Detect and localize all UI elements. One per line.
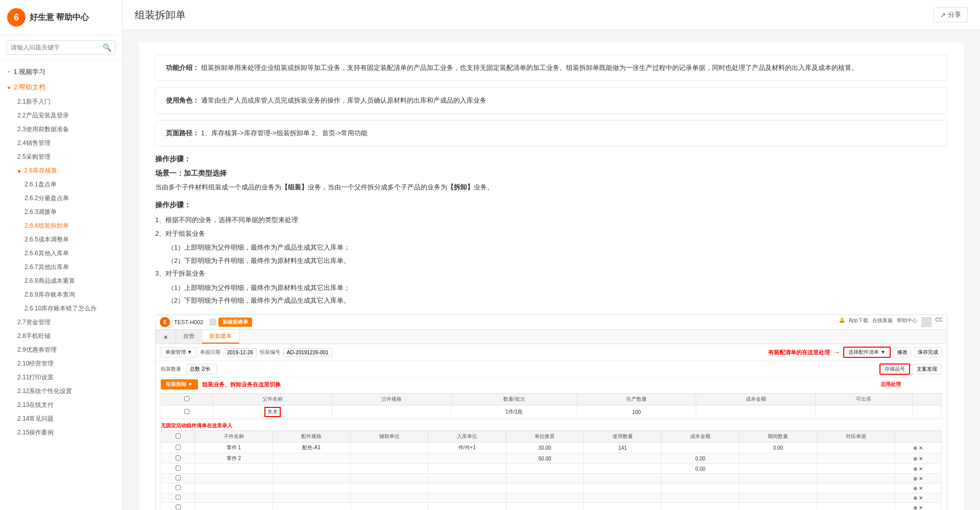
select-all-lower[interactable] — [176, 433, 181, 439]
lower-th-check — [161, 431, 195, 443]
mock-new-btn: 新建新建单 — [218, 318, 252, 327]
mock-topbar: 6 TEST-H002 新建新建单 🔔App下载在线客服帮助中心 CC — [156, 315, 947, 330]
sidebar-item-sales[interactable]: 2.4销售管理 — [0, 136, 122, 150]
sidebar-item-coupon[interactable]: 2.9优惠券管理 — [0, 343, 122, 357]
lower-th-conv: 单位换算 — [506, 431, 583, 443]
mock-upper-table: 父件名称 父件规格 数量/批次 生产数量 成本金额 可出库 — [161, 393, 942, 419]
sidebar-item-mobile[interactable]: 2.8手机旺铺 — [0, 329, 122, 343]
upper-th-name: 父件名称 — [213, 394, 332, 405]
content-area: 功能介绍： 组装拆卸单用来处理企业组装或拆卸等加工业务，支持有固定装配清单的产品… — [122, 30, 980, 510]
lower-th-doc: 对应单据 — [817, 431, 895, 443]
mock-logo: 6 — [160, 317, 170, 327]
mock-toolbar: 单据管理 ▼ 单据日期 2019-12-26 组装编号 AD-20191226-… — [156, 344, 947, 361]
lower-td-op-1: ⊕ ✕ — [895, 443, 942, 453]
ops-title: 操作步骤： — [155, 155, 947, 164]
search-box: 🔍 — [6, 40, 116, 55]
sidebar-item-stocktake[interactable]: 2.6.1盘点单 — [0, 178, 122, 191]
no-bom-annotation-area: 无固定活动组件清单在这里录入 — [161, 421, 942, 429]
search-area: 🔍 — [0, 35, 122, 60]
lower-td-spec-2 — [273, 453, 350, 464]
sidebar-item-cases[interactable]: 2.15操作案例 — [0, 426, 122, 440]
sidebar-item-otherinbound[interactable]: 2.6.6其他入库单 — [0, 247, 122, 260]
sidebar-item-stockerror[interactable]: 2.6.10库存账本错了怎么办 — [0, 302, 122, 315]
sidebar-item-install[interactable]: 2.2产品安装及登录 — [0, 109, 122, 123]
sidebar-item-otheroutbound[interactable]: 2.6.7其他出库单 — [0, 260, 122, 274]
lower-td-op-4: ⊕ ✕ — [895, 474, 942, 483]
mock-upper-table-area: 父件名称 父件规格 数量/批次 生产数量 成本金额 可出库 — [156, 391, 947, 420]
sidebar-item-capital[interactable]: 2.7资金管理 — [0, 315, 122, 329]
lower-td-period-2 — [739, 453, 817, 464]
step2-sub2: （2）下部明细为子件明细，最终作为原材料生成其它出库单。 — [167, 255, 947, 266]
sidebar-item-costcalc[interactable]: 2.6.8商品成本重算 — [0, 274, 122, 288]
select-all-upper[interactable] — [184, 396, 189, 401]
mock-tabs-row: ≡ 自营 新新建单 — [156, 330, 947, 344]
mock-bom-btn: 选择配件清单 ▼ — [843, 347, 891, 358]
mock-date-value: 2019-12-26 — [224, 348, 257, 357]
sidebar-item-onlinepay[interactable]: 2.13在线支付 — [0, 398, 122, 412]
mock-screenshot: 6 TEST-H002 新建新建单 🔔App下载在线客服帮助中心 CC — [156, 315, 947, 510]
sidebar-item-docs[interactable]: ● 2.帮助文档 — [0, 80, 122, 95]
lower-td-cost-1 — [662, 443, 739, 453]
mock-doc-type: 单据管理 ▼ — [161, 347, 197, 357]
intro-text: 组装拆卸单用来处理企业组装或拆卸等加工业务，支持有固定装配清单的产品加工业务，也… — [201, 64, 858, 71]
lower-th-unit: 入库单位 — [428, 431, 506, 443]
upper-td-spec — [332, 405, 452, 419]
mock-tab-ziyong: 自营 — [176, 330, 202, 344]
upper-th-op — [912, 394, 941, 405]
lower-td-cost-3: 0.00 — [662, 464, 739, 474]
sidebar-item-biz[interactable]: 2.10经营管理 — [0, 357, 122, 371]
step3-sub2: （2）下部明细为子件明细，最终作为产成品生成其它入库单。 — [167, 295, 947, 306]
search-input[interactable] — [11, 44, 103, 51]
search-icon[interactable]: 🔍 — [103, 43, 111, 52]
path-text: 1、库存核算->库存管理->组装拆卸单 2、首页->常用功能 — [201, 129, 368, 137]
sidebar-item-new[interactable]: 2.1新手入门 — [0, 95, 122, 109]
sidebar-item-print[interactable]: 2.11打印设置 — [0, 371, 122, 384]
lower-td-unit-2 — [428, 453, 506, 464]
lower-th-auxunit: 辅助单位 — [350, 431, 428, 443]
ops-steps-title: 操作步骤： — [155, 201, 947, 210]
lower-td-doc-1 — [817, 443, 895, 453]
lower-th-cost: 成本金额 — [662, 431, 739, 443]
scenario1-desc: 当由多个子件材料组装成一个成品的业务为【组装】业务，当由一个父件拆分成多个子产品… — [155, 181, 947, 193]
mock-qty-label: 组装数量 — [161, 366, 181, 373]
minus-icon: ● — [7, 84, 11, 91]
mock-process-annotation: 存储品号 文案发现 — [879, 363, 942, 375]
share-button[interactable]: ↗ 分享 — [934, 7, 968, 22]
share-icon: ↗ — [940, 11, 946, 19]
upper-td-avail — [816, 405, 913, 419]
mock-lower-table: 子件名称 配件规格 辅助单位 入库单位 单位换算 使用数量 成本金额 期间数量 — [161, 430, 942, 510]
logo-area: 6 好生意 帮助中心 — [0, 0, 122, 35]
header: 组装拆卸单 ↗ 分享 — [122, 0, 980, 30]
sidebar-item-data[interactable]: 2.3使用前数据准备 — [0, 123, 122, 136]
sidebar-item-costadj[interactable]: 2.6.5成本调整单 — [0, 233, 122, 247]
sidebar-item-adjust[interactable]: 2.6.3调拨单 — [0, 205, 122, 219]
upper-th-qty: 数量/批次 — [451, 394, 577, 405]
lower-table-row-7: ⊕ ✕ — [161, 503, 942, 510]
lower-td-op-2: ⊕ ✕ — [895, 453, 942, 464]
lower-td-cost-2: 0.00 — [662, 453, 739, 464]
parent-name-field[interactable]: 关木 — [264, 407, 281, 417]
lower-table-row-5: ⊕ ✕ — [161, 483, 942, 493]
sidebar-item-purchase[interactable]: 2.5采购管理 — [0, 150, 122, 164]
page-title: 组装拆卸单 — [135, 8, 186, 22]
lower-table-row-1: 零件 1 配色-A1 件/件+1 30.00 141 0.00 — [161, 443, 942, 453]
step-list: 1、根据不同的业务，选择不同单据的类型来处理 2、对于组装业务 （1）上部明细为… — [155, 214, 947, 307]
sidebar-item-sysconfig[interactable]: 2.12系统个性化设置 — [0, 384, 122, 398]
sidebar-item-stockquery[interactable]: 2.6.9库存账本查询 — [0, 288, 122, 302]
sidebar-item-faq[interactable]: 2.14常见问题 — [0, 412, 122, 426]
sidebar-item-video[interactable]: + 1.视频学习 — [0, 64, 122, 80]
lower-th-spec: 配件规格 — [273, 431, 350, 443]
step3-sub1: （1）上部明细为父件明细，最终作为原材料生成其它出库单； — [167, 282, 947, 294]
upper-td-prodqty: 100 — [577, 405, 696, 419]
sidebar-item-inventory[interactable]: ● 2.6库存核算 — [0, 164, 122, 178]
mock-nav-icons: 🔔App下载在线客服帮助中心 CC — [839, 317, 943, 327]
process-annotation-group: 启用处理 — [880, 381, 901, 388]
lower-td-op-3: ⊕ ✕ — [895, 464, 942, 474]
upper-th-cost: 成本金额 — [696, 394, 816, 405]
sidebar-item-partial[interactable]: 2.6.2分量盘点单 — [0, 191, 122, 205]
path-block: 页面路径： 1、库存核算->库存管理->组装拆卸单 2、首页->常用功能 — [155, 120, 947, 147]
role-label: 使用角色： — [166, 96, 199, 104]
sidebar-item-assembly[interactable]: 2.6.4组装拆卸单 — [0, 219, 122, 233]
lower-td-useqty-2 — [584, 453, 662, 464]
intro-label: 功能介绍： — [166, 64, 199, 71]
